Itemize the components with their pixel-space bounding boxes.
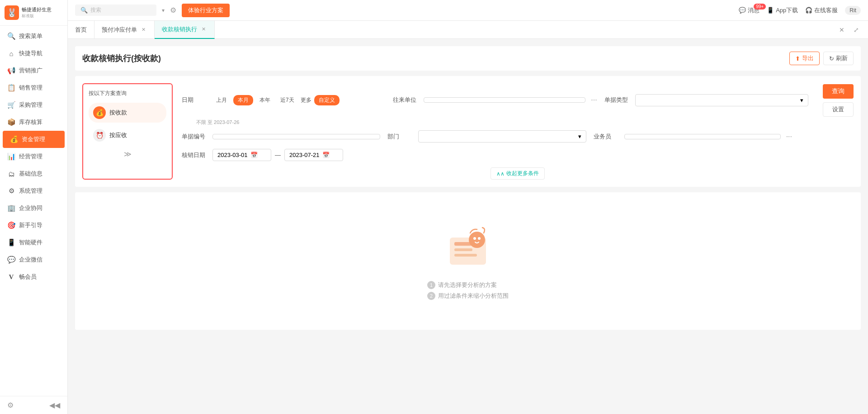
sidebar-item-search[interactable]: 🔍 搜索菜单: [0, 28, 67, 45]
app-icon: 📱: [767, 7, 774, 14]
logo-icon: 🐰: [5, 5, 19, 20]
setting-button[interactable]: 设置: [823, 102, 854, 117]
solution-button[interactable]: 体验行业方案: [182, 4, 230, 17]
basic-info-icon: 🗂: [7, 170, 15, 178]
filter-actions: 查询 设置: [823, 83, 854, 117]
operations-icon: 📊: [7, 152, 15, 161]
topbar-dropdown-icon[interactable]: ▾: [162, 7, 165, 14]
date-more-btn[interactable]: 更多: [301, 96, 311, 104]
page-title-bar: 收款核销执行(按收款) ⬆ 导出 ↻ 刷新: [75, 46, 861, 71]
receivable-option-icon: ⏰: [93, 129, 106, 142]
filter-options-panel: 按以下方案查询 💰 按收款 ⏰ 按应收 ≫: [82, 83, 173, 180]
voucher-type-select[interactable]: ▾: [635, 94, 808, 106]
offset-date-start-input[interactable]: 2023-03-01 📅: [212, 149, 271, 161]
tab-receipt-offset[interactable]: 收款核销执行 ✕: [155, 21, 215, 39]
department-select[interactable]: ▾: [418, 130, 586, 143]
offset-date-field: 核销日期 2023-03-01 📅 — 2023-07-21 📅: [182, 149, 343, 161]
sidebar-item-inventory[interactable]: 📦 库存核算: [0, 114, 67, 131]
date-btn-this-year[interactable]: 本年: [256, 95, 274, 105]
sidebar-item-quick-nav[interactable]: ⌂ 快捷导航: [0, 45, 67, 62]
date-buttons-group: 上月 本月 本年 近7天 更多 自定义: [212, 95, 340, 105]
page-title: 收款核销执行(按收款): [82, 53, 161, 64]
sidebar: 🐰 畅捷通好生意 标准版 🔍 搜索菜单 ⌂ 快捷导航 📢 营销推广 📋 销售管理…: [0, 0, 68, 414]
refresh-button[interactable]: ↻ 刷新: [823, 52, 854, 65]
filter-option-by-receivable[interactable]: ⏰ 按应收: [89, 125, 166, 145]
date-btn-last-month[interactable]: 上月: [212, 95, 231, 105]
date-btn-this-month[interactable]: 本月: [233, 95, 253, 105]
sidebar-item-wechat[interactable]: 💬 企业微信: [0, 251, 67, 268]
query-button[interactable]: 查询: [823, 84, 854, 99]
sidebar-nav: 🔍 搜索菜单 ⌂ 快捷导航 📢 营销推广 📋 销售管理 🛒 采购管理 📦 库存核…: [0, 26, 67, 396]
tab-prepay-close[interactable]: ✕: [140, 26, 147, 33]
counterpart-input[interactable]: [424, 97, 585, 103]
app-download-button[interactable]: 📱 App下载: [767, 6, 798, 14]
page-actions: ⬆ 导出 ↻ 刷新: [789, 52, 854, 65]
counterpart-dots[interactable]: ···: [591, 96, 597, 104]
tabs-right-controls: ✕ ⤢: [835, 24, 868, 36]
voucher-no-input[interactable]: [212, 134, 380, 139]
content-area: 1 请先选择要分析的方案 2 用过滤条件来缩小分析范围: [75, 192, 861, 330]
svg-point-6: [478, 237, 481, 240]
sidebar-item-finance[interactable]: 💰 资金管理: [3, 131, 65, 148]
voucher-type-field: 单据类型 ▾: [604, 94, 808, 106]
filter-row-3: 核销日期 2023-03-01 📅 — 2023-07-21 📅: [182, 149, 854, 161]
settings-icon[interactable]: ⚙: [7, 401, 14, 409]
tab-close-all-icon[interactable]: ✕: [835, 24, 848, 36]
tab-bar: 首页 预付冲应付单 ✕ 收款核销执行 ✕ ✕ ⤢: [68, 21, 868, 39]
export-icon: ⬆: [795, 55, 800, 62]
voucher-no-field: 单据编号: [182, 133, 380, 141]
staff-input[interactable]: [624, 134, 781, 139]
refresh-icon: ↻: [829, 55, 834, 62]
date-limit-text: 不限 至 2023-07-26: [196, 119, 854, 126]
sidebar-item-enterprise[interactable]: 🏢 企业协同: [0, 200, 67, 217]
tab-prepay[interactable]: 预付冲应付单 ✕: [94, 21, 155, 39]
select-chevron-icon: ▾: [800, 97, 803, 104]
sidebar-item-purchase[interactable]: 🛒 采购管理: [0, 96, 67, 114]
sidebar-item-operations[interactable]: 📊 经营管理: [0, 148, 67, 165]
tab-home[interactable]: 首页: [68, 21, 94, 39]
wechat-icon: 💬: [7, 256, 15, 264]
topbar-search[interactable]: 🔍 搜索: [75, 5, 156, 16]
sidebar-item-sales[interactable]: 📋 销售管理: [0, 79, 67, 96]
counterpart-field: 往来单位 ···: [393, 96, 597, 104]
filter-panel: 按以下方案查询 💰 按收款 ⏰ 按应收 ≫ 日期: [75, 76, 861, 187]
filter-option-by-receipt[interactable]: 💰 按收款: [89, 103, 166, 123]
sidebar-item-marketing[interactable]: 📢 营销推广: [0, 62, 67, 79]
sidebar-item-system[interactable]: ⚙ 系统管理: [0, 182, 67, 200]
svg-point-4: [469, 232, 485, 248]
empty-tip-2: 2 用过滤条件来缩小分析范围: [427, 292, 509, 300]
staff-field: 业务员 ···: [594, 133, 792, 141]
marketing-icon: 📢: [7, 67, 15, 75]
staff-dots[interactable]: ···: [786, 133, 792, 141]
system-icon: ⚙: [7, 187, 15, 195]
filter-collapse-icon[interactable]: ≫: [89, 148, 166, 160]
sidebar-item-basic-info[interactable]: 🗂 基础信息: [0, 165, 67, 182]
sidebar-item-vip[interactable]: V 畅会员: [0, 268, 67, 286]
date-custom-btn[interactable]: 自定义: [314, 95, 340, 105]
topbar: 🔍 搜索 ▾ ⚙ 体验行业方案 💬 消息 99+ 📱 App下载 🎧 在线客服 …: [68, 0, 868, 21]
collapse-sidebar-icon[interactable]: ◀◀: [49, 401, 60, 409]
offset-date-end-input[interactable]: 2023-07-21 📅: [284, 149, 343, 161]
topbar-gear-icon[interactable]: ⚙: [170, 6, 176, 14]
calendar-start-icon: 📅: [250, 152, 258, 158]
sidebar-item-hardware[interactable]: 📱 智能硬件: [0, 234, 67, 251]
tab-receipt-close[interactable]: ✕: [200, 26, 207, 33]
purchase-icon: 🛒: [7, 101, 15, 109]
tab-expand-icon[interactable]: ⤢: [850, 24, 863, 36]
online-service-button[interactable]: 🎧 在线客服: [805, 6, 838, 14]
export-button[interactable]: ⬆ 导出: [789, 52, 820, 65]
search-icon: 🔍: [80, 7, 88, 14]
sidebar-item-guide[interactable]: 🎯 新手引导: [0, 217, 67, 234]
empty-illustration: [441, 219, 495, 274]
message-button[interactable]: 💬 消息 99+: [739, 6, 760, 14]
vip-icon: V: [7, 273, 15, 281]
service-icon: 🎧: [805, 7, 812, 14]
date-btn-7days[interactable]: 近7天: [277, 95, 298, 105]
empty-tip-1: 1 请先选择要分析的方案: [427, 281, 509, 289]
user-avatar[interactable]: Rit: [845, 6, 861, 15]
filter-row-1: 日期 上月 本月 本年 近7天 更多 自定义 往来单位 ···: [182, 83, 854, 117]
svg-rect-2: [454, 248, 472, 251]
collapse-more-btn[interactable]: ∧∧ 收起更多条件: [491, 167, 545, 180]
collapse-icon: ∧∧: [496, 171, 505, 177]
filter-row-2: 单据编号 部门 ▾ 业务员 ···: [182, 130, 854, 143]
